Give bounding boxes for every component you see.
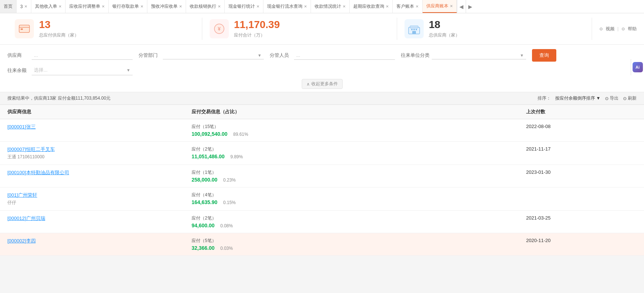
stat-info-total-payable: 11,170.39 应付合计（万） [234,19,280,38]
supplier-info-cell: [001]广州荣轩 仔仔 [7,192,192,206]
table-row[interactable]: [000001]张三 应付（15笔） 100,092,540.00 89.61%… [0,119,644,142]
export-icon: ⊙ [605,96,609,101]
top-right-links: ⊙ 视频 | ⊙ 帮助 [592,26,637,32]
supplier-input[interactable] [32,51,133,60]
video-link[interactable]: 视频 [606,26,615,32]
tab-label: 其他收入单 [35,3,57,10]
close-icon[interactable]: ✕ [343,4,346,8]
supplier-sub-info: 仔仔 [7,200,192,206]
close-icon[interactable]: ✕ [59,4,62,8]
stat-number-total-payable: 11,170.39 [234,19,280,31]
supplier-name-link[interactable]: [000002]李四 [7,238,192,244]
nav-tab-collection[interactable]: 收款核销执行 ✕ [186,0,225,13]
supplier-info-cell: [000100]本特勤油品有限公司 [7,169,192,176]
supplier-name-link[interactable]: [001]广州荣轩 [7,192,192,199]
nav-tab-other-income[interactable]: 其他收入单 ✕ [31,0,66,13]
nav-tab-cash-stat[interactable]: 现金银行统计 ✕ [225,0,263,13]
refresh-label: 刷新 [628,95,637,101]
results-actions: 排序： 按应付余额倒序排序 ▼ ⊙ 导出 ⊙ 刷新 [538,95,637,101]
stat-card-suppliers-owed: 13 总应付供应商（家） [7,18,202,40]
nav-tab-supplier-ledger[interactable]: 供应商账本 ✕ [423,0,457,13]
close-icon[interactable]: ✕ [218,4,221,8]
close-icon[interactable]: ✕ [140,4,143,8]
supplier-name-link[interactable]: [000012]广州贝瑞 [7,215,192,222]
nav-tab-home[interactable]: 首页 [0,0,17,13]
table-row[interactable]: [000002]李四 应付（5笔） 32,366.00 0.03% 2020-1… [0,233,644,256]
table-header: 供应商信息 应付交易信息（占比） 上次付数 [0,105,644,119]
close-icon[interactable]: ✕ [102,4,105,8]
payable-amount: 11,051,486.00 [192,154,225,159]
svg-rect-6 [410,26,418,28]
svg-rect-2 [21,28,23,30]
supplier-name-link[interactable]: [000001]张三 [7,124,192,130]
last-payment-date: 2022-08-08 [526,124,551,129]
home-label: 首页 [4,3,13,10]
supplier-name-link[interactable]: [000007]恒旺二手叉车 [7,146,192,153]
person-filter: 分管人员 [270,51,395,60]
supplier-name-link[interactable]: [000100]本特勤油品有限公司 [7,169,192,176]
category-select[interactable]: ▼ [432,52,526,59]
stat-card-total-suppliers: 18 总供应商（家） [397,18,592,40]
tab-label: 收款情况统计 [315,3,341,10]
close-icon[interactable]: ✕ [304,4,307,8]
nav-tab-overdue[interactable]: 超期应收款查询 ✕ [350,0,393,13]
nav-tab-customer-ledger[interactable]: 客户账本 ✕ [393,0,423,13]
balance-select[interactable]: 选择... ▼ [32,65,133,75]
dept-filter: 分管部门 ▼ [139,52,264,59]
table-row[interactable]: [000007]恒旺二手叉车 王通 17106110000 应付（2笔） 11,… [0,142,644,165]
payable-info-cell: 应付（2笔） 11,051,486.00 9.89% [192,146,526,159]
export-button[interactable]: ⊙ 导出 [605,95,619,101]
dept-select[interactable]: ▼ [163,52,264,59]
stat-info-total-suppliers: 18 总供应商（家） [429,19,460,38]
close-icon[interactable]: ✕ [24,4,27,8]
ai-button[interactable]: Ai [633,62,643,72]
nav-prev-arrow[interactable]: ◀ [457,0,466,13]
nav-tab-ar-adjust[interactable]: 应收应付调整单 ✕ [66,0,109,13]
sort-value-text: 按应付余额倒序排序 [555,96,595,101]
last-payment-date: 2023-01-30 [526,169,551,175]
last-payment-cell: 2022-08-08 [526,124,637,129]
supplier-filter-label: 供应商 [7,52,29,59]
table-row[interactable]: [001]广州荣轩 仔仔 应付（4笔） 164,635.90 0.15% [0,187,644,211]
svg-rect-9 [416,29,417,30]
close-icon[interactable]: ✕ [416,4,419,8]
ai-sidebar: Ai [631,59,644,75]
close-icon[interactable]: ✕ [179,4,182,8]
tab-label: 收款核销执行 [190,3,216,10]
stat-number-suppliers-owed: 13 [39,19,79,31]
total-suppliers-icon [405,19,424,38]
nav-next-arrow[interactable]: ▶ [466,0,475,13]
close-icon[interactable]: ✕ [256,4,259,8]
query-button[interactable]: 查询 [532,49,556,62]
person-input[interactable] [294,51,395,60]
filter-row-1: 供应商 分管部门 ▼ 分管人员 往来单位分类 ▼ 查询 [7,49,637,62]
nav-tab-3[interactable]: 3 ✕ [17,0,31,13]
tab-label: 现金银行统计 [228,3,255,10]
table-row[interactable]: [000012]广州贝瑞 应付（2笔） 94,600.00 0.08% 2021… [0,211,644,233]
collapse-button[interactable]: ∧ 收起更多条件 [302,79,343,89]
category-filter-label: 往来单位分类 [401,52,430,59]
nav-tab-bank[interactable]: 银行存取款单 ✕ [109,0,147,13]
person-filter-label: 分管人员 [270,52,292,59]
sort-selector[interactable]: 按应付余额倒序排序 ▼ [555,95,601,101]
help-link[interactable]: 帮助 [628,26,637,32]
chevron-down-icon: ▼ [126,68,130,72]
close-icon[interactable]: ✕ [386,4,389,8]
balance-filter-label: 往来余额 [7,67,29,74]
supplier-filter: 供应商 [7,51,133,60]
close-icon[interactable]: ✕ [450,4,453,8]
last-payment-date: 2021-03-25 [526,215,551,221]
nav-tab-collection-stat[interactable]: 收款情况统计 ✕ [311,0,350,13]
last-payment-cell: 2021-03-25 [526,215,637,221]
payable-percent: 9.89% [230,154,243,159]
table-row[interactable]: [000100]本特勤油品有限公司 应付（1笔） 258,000.00 0.23… [0,165,644,187]
nav-tab-prepay[interactable]: 预收冲应收单 ✕ [147,0,186,13]
stats-bar: 13 总应付供应商（家） ¥ 11,170.39 应付合计（万） [0,13,644,45]
nav-tab-cash-flow[interactable]: 现金银行流水查询 ✕ [263,0,311,13]
payable-label: 应付（15笔） [192,124,526,130]
svg-rect-8 [413,29,415,30]
stat-number-total-suppliers: 18 [429,19,460,31]
stat-info-suppliers-owed: 13 总应付供应商（家） [39,19,79,38]
supplier-sub-info: 王通 17106110000 [7,154,192,160]
refresh-button[interactable]: ⊙ 刷新 [623,95,637,101]
